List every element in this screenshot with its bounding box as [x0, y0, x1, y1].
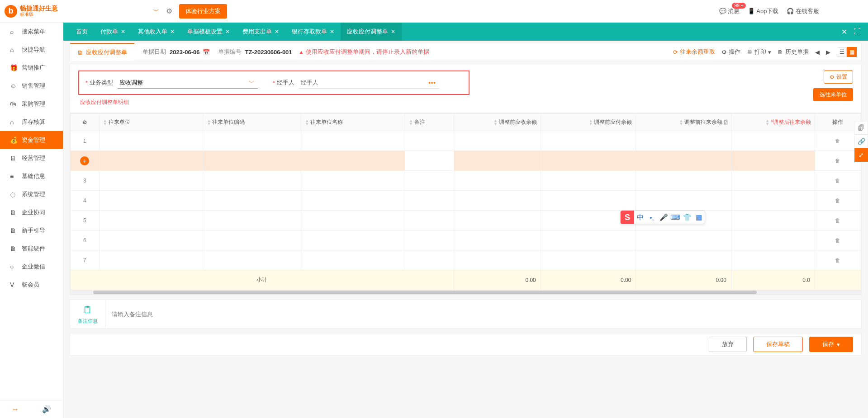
tab[interactable]: 银行存取款单✕	[285, 23, 341, 41]
more-icon[interactable]: •••	[428, 80, 436, 86]
table-cell[interactable]	[731, 211, 815, 230]
sidebar-sound-icon[interactable]: 🔊	[42, 405, 51, 413]
table-header[interactable]: ▲▼往来单位名称	[301, 114, 405, 131]
sidebar-item[interactable]: 🎁营销推广	[0, 59, 63, 77]
table-header[interactable]: ▲▼往来单位编码	[203, 114, 301, 131]
table-cell[interactable]	[99, 151, 203, 171]
table-cell[interactable]: 3	[71, 171, 100, 191]
tab[interactable]: 其他收入单✕	[132, 23, 181, 41]
table-cell[interactable]: 4	[71, 191, 100, 211]
table-cell[interactable]	[405, 230, 454, 250]
sidebar-item[interactable]: ◌系统管理	[0, 185, 63, 203]
table-cell[interactable]	[301, 151, 405, 171]
table-cell[interactable]: 1	[71, 131, 100, 151]
table-cell[interactable]	[636, 230, 731, 250]
close-icon[interactable]: ✕	[391, 28, 395, 35]
table-cell[interactable]	[99, 171, 203, 191]
table-cell[interactable]	[454, 151, 541, 171]
fullscreen-icon[interactable]: ⛶	[854, 28, 861, 36]
table-cell[interactable]	[301, 211, 405, 230]
table-header[interactable]: ▲▼备注	[405, 114, 454, 131]
close-icon[interactable]: ✕	[275, 28, 279, 35]
table-cell[interactable]	[541, 131, 636, 151]
table-cell[interactable]	[454, 230, 541, 250]
table-cell[interactable]	[541, 171, 636, 191]
close-icon[interactable]: ✕	[170, 28, 175, 35]
table-cell[interactable]	[636, 250, 731, 270]
ime-punct-icon[interactable]: •,	[646, 214, 658, 221]
table-cell[interactable]	[99, 191, 203, 211]
table-cell[interactable]	[405, 250, 454, 270]
table-cell[interactable]	[636, 171, 731, 191]
sidebar-item[interactable]: 🗎新手引导	[0, 221, 63, 240]
save-draft-button[interactable]: 保存草稿	[753, 337, 803, 352]
gear-icon[interactable]: ⚙	[166, 7, 172, 15]
sidebar-item[interactable]: ⌂快捷导航	[0, 41, 63, 59]
table-cell[interactable]	[405, 171, 454, 191]
company-selector[interactable]: ﹀	[77, 7, 159, 15]
handler-input[interactable]	[299, 77, 439, 89]
table-cell[interactable]	[301, 250, 405, 270]
discard-button[interactable]: 放弃	[709, 337, 747, 352]
sidebar-item[interactable]: V畅会员	[0, 276, 63, 294]
table-cell[interactable]	[541, 230, 636, 250]
table-cell[interactable]	[203, 230, 301, 250]
table-cell[interactable]	[454, 171, 541, 191]
table-cell[interactable]	[636, 131, 731, 151]
table-cell[interactable]: 6	[71, 230, 100, 250]
ime-toolbar[interactable]: S 中 •, 🎤 ⌨ 👕 ▦	[620, 211, 705, 224]
calendar-icon[interactable]: 📅	[203, 49, 210, 56]
table-cell[interactable]	[731, 250, 815, 270]
table-cell[interactable]	[99, 131, 203, 151]
table-cell[interactable]	[405, 151, 454, 171]
sidebar-item[interactable]: 🛍采购管理	[0, 95, 63, 113]
table-cell[interactable]	[731, 171, 815, 191]
remark-input[interactable]	[105, 300, 861, 328]
table-cell[interactable]	[203, 250, 301, 270]
close-icon[interactable]: ✕	[121, 28, 125, 35]
delete-icon[interactable]: 🗑	[835, 257, 840, 263]
delete-icon[interactable]: 🗑	[835, 217, 840, 224]
close-icon[interactable]: ✕	[330, 28, 334, 35]
tab[interactable]: 首页	[70, 23, 94, 41]
close-tab-icon[interactable]: ✕	[841, 28, 847, 36]
add-row-icon[interactable]: +	[80, 156, 89, 165]
reget-balance-button[interactable]: ⟳ 往来余额重取	[673, 48, 715, 56]
sidebar-item[interactable]: 🗎经营管理	[0, 149, 63, 167]
sidebar-item[interactable]: ☺销售管理	[0, 77, 63, 95]
table-header[interactable]: ⚙	[71, 114, 100, 131]
table-cell[interactable]: +	[71, 151, 100, 171]
table-cell[interactable]	[203, 151, 301, 171]
horizontal-scrollbar[interactable]	[70, 290, 861, 295]
table-cell[interactable]	[731, 151, 815, 171]
delete-icon[interactable]: 🗑	[835, 237, 840, 244]
chevron-down-icon[interactable]: ﹀	[249, 79, 255, 87]
ime-cn-icon[interactable]: 中	[634, 213, 646, 222]
table-cell[interactable]	[99, 211, 203, 230]
tab[interactable]: 付款单✕	[94, 23, 132, 41]
table-cell[interactable]	[636, 151, 731, 171]
online-service-link[interactable]: 🎧 在线客服	[787, 7, 819, 15]
table-cell[interactable]	[454, 191, 541, 211]
next-icon[interactable]: ▶	[826, 49, 830, 56]
dock-link-icon[interactable]: 🔗	[854, 135, 868, 148]
table-cell[interactable]	[203, 211, 301, 230]
table-cell[interactable]	[636, 191, 731, 211]
table-header[interactable]: ▲▼调整前往来余额 ⍰	[636, 114, 731, 131]
doc-title-tab[interactable]: 🗎 应收应付调整单	[70, 43, 134, 61]
table-header[interactable]: ▲▼*调整后往来余额	[731, 114, 815, 131]
table-cell[interactable]: 🗑	[815, 211, 861, 230]
tab[interactable]: 费用支出单✕	[236, 23, 285, 41]
table-cell[interactable]	[454, 250, 541, 270]
sidebar-item[interactable]: 🗎企业协同	[0, 203, 63, 221]
table-cell[interactable]	[203, 131, 301, 151]
ime-skin-icon[interactable]: 👕	[681, 213, 693, 221]
table-cell[interactable]: 🗑	[815, 191, 861, 211]
sidebar-item[interactable]: 💰资金管理	[0, 131, 63, 149]
delete-icon[interactable]: 🗑	[835, 197, 840, 204]
gear-icon[interactable]: ⚙	[82, 119, 87, 126]
table-header[interactable]: ▲▼调整前应收余额	[454, 114, 541, 131]
pick-unit-button[interactable]: 选往来单位	[813, 88, 853, 101]
app-download-link[interactable]: 📱 App下载	[748, 7, 778, 15]
table-cell[interactable]: 7	[71, 250, 100, 270]
